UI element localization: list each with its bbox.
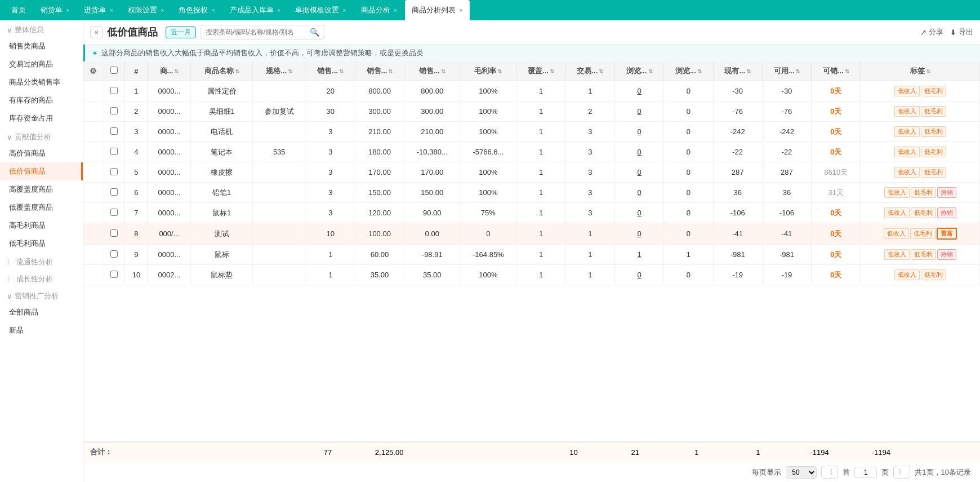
row-checkbox[interactable] [110, 107, 118, 114]
sidebar-item-all-products[interactable]: 全部商品 [0, 303, 83, 321]
collapse-sidebar-button[interactable]: « [90, 26, 103, 38]
sidebar-item-high-margin[interactable]: 高毛利商品 [0, 216, 83, 235]
nav-tab-template[interactable]: 单据模板设置 × [288, 0, 353, 20]
nav-tab-perms[interactable]: 权限设置 × [121, 0, 171, 20]
row-sales-qty: 3 [306, 142, 355, 162]
row-checkbox[interactable] [110, 209, 118, 216]
row-checkbox[interactable] [110, 168, 118, 175]
sidebar-group-circulation[interactable]: 〉 流通性分析 [0, 253, 83, 269]
sidebar-item-sales-products[interactable]: 销售类商品 [0, 37, 83, 55]
row-sales-amt: 150.00 [355, 183, 404, 203]
days-label: 8610天 [824, 168, 848, 176]
search-input[interactable] [206, 28, 308, 36]
browse1-link[interactable]: 0 [638, 271, 642, 279]
col-settings[interactable]: ⚙ [83, 61, 104, 81]
browse1-link[interactable]: 0 [638, 148, 642, 156]
sidebar-item-low-coverage[interactable]: 低覆盖度商品 [0, 198, 83, 216]
row-name: 电话机 [191, 122, 252, 142]
table-wrapper[interactable]: ⚙ # 商...⇅ 商品名称⇅ 规格...⇅ 销售...⇅ 销售...⇅ 销售.… [83, 61, 980, 441]
row-checkbox[interactable] [110, 188, 118, 196]
nav-tab-home[interactable]: 首页 [5, 0, 33, 20]
row-code: 0000... [148, 245, 191, 265]
close-sales-icon[interactable]: × [66, 7, 69, 14]
row-settings-cell [83, 101, 104, 122]
sidebar-group-overall[interactable]: ∨ 整体信息 [0, 20, 83, 37]
sidebar-item-high-value[interactable]: 高价值商品 [0, 144, 83, 162]
row-checkbox[interactable] [110, 250, 118, 258]
close-analysis-list-icon[interactable]: × [459, 7, 462, 14]
alert-text: 这部分商品的销售收入大幅低于商品平均销售收入，价值不高，可考虑调整营销策略，或是… [101, 48, 424, 58]
search-icon[interactable]: 🔍 [310, 28, 319, 37]
sidebar-group-marketing[interactable]: ∨ 营销推广分析 [0, 286, 83, 303]
days-label: 0天 [830, 127, 841, 136]
row-available: -30 [762, 81, 811, 101]
close-perms-icon[interactable]: × [161, 7, 164, 14]
footer-browse2: 1 [738, 448, 778, 457]
row-trade: 1 [565, 265, 614, 285]
row-browse1: 0 [614, 203, 663, 223]
select-all-checkbox[interactable] [110, 67, 118, 74]
sidebar-item-stock-capital[interactable]: 库存资金占用 [0, 109, 83, 127]
nav-tab-sales[interactable]: 销货单 × [34, 0, 76, 20]
browse1-link[interactable]: 0 [638, 188, 642, 197]
close-stock-icon[interactable]: × [277, 7, 280, 14]
nav-tab-analysis-list[interactable]: 商品分析列表 × [405, 0, 469, 20]
col-checkbox-all[interactable] [104, 61, 125, 81]
row-checkbox[interactable] [110, 271, 118, 278]
col-spec: 规格...⇅ [252, 61, 306, 81]
sidebar-item-low-margin[interactable]: 低毛利商品 [0, 235, 83, 253]
nav-tab-purchase[interactable]: 进货单 × [77, 0, 119, 20]
row-checkbox[interactable] [110, 87, 118, 94]
tag-label: 低毛利 [911, 249, 936, 260]
row-checkbox[interactable] [110, 229, 118, 237]
close-purchase-icon[interactable]: × [109, 7, 113, 14]
browse1-link[interactable]: 0 [638, 87, 642, 95]
sidebar-item-low-value[interactable]: 低价值商品 [0, 162, 83, 180]
page-number-input[interactable] [854, 467, 877, 478]
sidebar-item-new-products[interactable]: 新品 [0, 321, 83, 339]
pagination: 每页显示 50 100 200 〈 首 页 〉 共1页，10条记录 [83, 462, 980, 482]
browse1-link[interactable]: 1 [638, 250, 642, 259]
share-button[interactable]: ↗ 分享 [920, 27, 943, 37]
browse1-link[interactable]: 0 [638, 107, 642, 116]
date-tag-button[interactable]: 近一月 [166, 26, 196, 38]
sidebar-group-contribution[interactable]: ∨ 贡献值分析 [0, 127, 83, 144]
col-available: 可用...⇅ [762, 61, 811, 81]
row-days: 0天 [812, 101, 861, 122]
row-code: 0000... [148, 183, 191, 203]
nav-tab-analysis[interactable]: 商品分析 × [354, 0, 404, 20]
sidebar-group-growth[interactable]: 〉 成长性分析 [0, 269, 83, 286]
column-settings-icon[interactable]: ⚙ [90, 67, 97, 76]
nav-tab-stock-in[interactable]: 产成品入库单 × [223, 0, 287, 20]
sidebar-item-category-rate[interactable]: 商品分类销售率 [0, 73, 83, 91]
row-tags: 低收入低毛利热销 [861, 203, 980, 223]
row-margin: 100% [460, 183, 516, 203]
export-button[interactable]: ⬇ 导出 [950, 27, 973, 37]
row-checkbox[interactable] [110, 148, 118, 155]
row-checkbox-cell [104, 265, 125, 285]
sidebar-item-high-coverage[interactable]: 高覆盖度商品 [0, 180, 83, 198]
close-roles-icon[interactable]: × [211, 7, 215, 14]
tag-label: 热销 [937, 249, 956, 260]
row-sales-cost: -10,380... [404, 142, 460, 162]
next-page-button[interactable]: 〉 [893, 466, 910, 479]
first-page-button[interactable]: 〈 [821, 466, 838, 479]
alert-icon: ✦ [92, 49, 98, 58]
row-code: 0002... [148, 265, 191, 285]
browse1-link[interactable]: 0 [638, 127, 642, 136]
tag-label: 低毛利 [910, 228, 936, 239]
row-trade: 3 [565, 203, 614, 223]
close-template-icon[interactable]: × [342, 7, 346, 14]
browse1-link[interactable]: 0 [638, 209, 642, 217]
page-size-select[interactable]: 50 100 200 [786, 466, 817, 479]
close-analysis-icon[interactable]: × [394, 7, 397, 14]
sidebar-item-with-stock[interactable]: 有库存的商品 [0, 91, 83, 109]
row-sales-amt: 100.00 [355, 223, 404, 245]
browse1-link[interactable]: 0 [638, 168, 642, 176]
row-checkbox[interactable] [110, 127, 118, 135]
tag-label: 低收入 [894, 106, 920, 117]
row-margin: -164.85% [460, 245, 516, 265]
nav-tab-roles[interactable]: 角色授权 × [172, 0, 221, 20]
sidebar-item-traded[interactable]: 交易过的商品 [0, 55, 83, 73]
browse1-link[interactable]: 0 [638, 229, 642, 238]
